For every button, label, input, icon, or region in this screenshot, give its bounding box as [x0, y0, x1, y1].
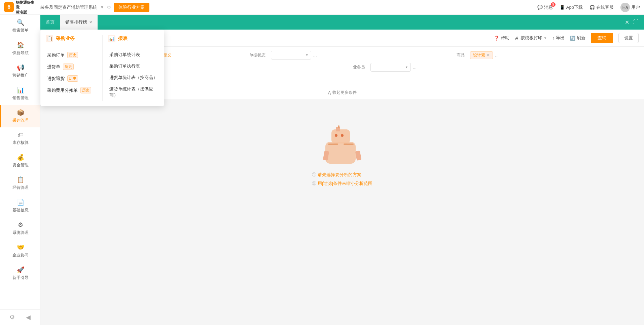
purchase-header-icon: 📋: [46, 35, 53, 42]
dropdown-item-inbound[interactable]: 进货单 历史: [46, 61, 97, 73]
sidebar-item-purchase[interactable]: 📦 采购管理: [0, 105, 40, 127]
dropdown-item-expense[interactable]: 采购费用分摊单 历史: [46, 84, 97, 96]
status-select-wrap: [271, 51, 311, 59]
message-icon: 💬: [537, 5, 543, 10]
dropdown-item-inbound-by-goods[interactable]: 进货单统计表（按商品）: [108, 72, 159, 83]
guide-icon: 🚀: [17, 266, 24, 274]
app-download-item[interactable]: 📱 App下载: [560, 4, 583, 10]
settings-button[interactable]: 设置: [618, 33, 639, 43]
history-badge-1: 历史: [63, 64, 74, 70]
tab-expand-icon[interactable]: ⛶: [632, 18, 640, 27]
goods-filter-control: 设计素 ✕ ...: [470, 51, 639, 59]
topbar-right: 💬 消息 9 📱 App下载 🎧 在线客服 Ea 用户: [537, 3, 640, 12]
logo-icon: 6: [4, 2, 14, 12]
industry-btn[interactable]: 体验行业方案: [114, 3, 149, 12]
history-badge-3: 历史: [80, 87, 91, 93]
home-icon: 🏠: [17, 41, 24, 49]
refresh-icon: 🔄: [570, 36, 575, 41]
salesperson-select[interactable]: [370, 63, 411, 72]
purchase-section-header: 📋 采购业务: [46, 35, 97, 45]
system-title-area: 装备及固定资产辅助管理系统 ▼ ⚙ 体验行业方案: [40, 3, 537, 12]
sidebar-item-marketing[interactable]: 📢 营销推广: [0, 60, 40, 82]
sidebar-item-basic[interactable]: 📄 基础信息: [0, 195, 40, 217]
purchase-icon: 📦: [17, 109, 24, 116]
print-arrow-icon: ▼: [544, 36, 547, 40]
sidebar: 🔍 搜索菜单 🏠 快捷导航 📢 营销推广 📊 销售管理 📦 采购管理 🏷 库存核…: [0, 15, 40, 325]
settings-icon[interactable]: ⚙: [107, 5, 111, 10]
tabs-bar: 首页 销售排行榜 ✕ ✕ ⛶: [40, 15, 644, 30]
export-icon: ↑: [552, 36, 555, 41]
sidebar-item-operation[interactable]: 📋 经营管理: [0, 172, 40, 195]
system-icon: ⚙: [18, 221, 23, 229]
user-item[interactable]: Ea 用户: [620, 3, 640, 12]
status-filter-control: ...: [271, 51, 439, 59]
operation-icon: 📋: [17, 176, 24, 184]
sidebar-item-guide[interactable]: 🚀 新手引导: [0, 262, 40, 285]
sales-icon: 📊: [17, 86, 24, 94]
status-filter-label: 单据状态: [245, 52, 265, 58]
marketing-icon: 📢: [17, 64, 24, 71]
report-header-icon: 📊: [108, 35, 115, 42]
refresh-btn[interactable]: 🔄 刷新: [570, 35, 585, 41]
goods-filter-label: 商品: [444, 52, 465, 58]
report-section-header: 📊 报表: [108, 35, 159, 45]
tab-sales-rank[interactable]: 销售排行榜 ✕: [60, 15, 98, 30]
inventory-icon: 🏷: [17, 131, 24, 138]
sidebar-item-enterprise[interactable]: 🤝 企业协同: [0, 240, 40, 262]
headset-icon: 🎧: [589, 5, 595, 10]
dropdown-arrow-icon[interactable]: ▼: [100, 5, 104, 10]
export-btn[interactable]: ↑ 导出: [552, 35, 565, 41]
salesperson-select-wrap: [370, 63, 411, 72]
tab-home[interactable]: 首页: [40, 15, 60, 30]
help-icon: ❓: [494, 36, 499, 41]
empty-state: ① 请先选择要分析的方案 ② 用[过滤]条件来缩小分析范围: [40, 100, 644, 215]
message-item[interactable]: 💬 消息 9: [537, 4, 553, 10]
salesperson-ellipsis: ...: [413, 65, 417, 70]
online-service-item[interactable]: 🎧 在线客服: [589, 4, 614, 10]
empty-illustration: [319, 127, 366, 164]
finance-icon: 💰: [17, 154, 24, 161]
dropdown-item-return[interactable]: 进货退货 历史: [46, 73, 97, 84]
print-btn[interactable]: 🖨 按模板打印 ▼: [515, 35, 547, 41]
dropdown-item-inbound-by-supplier[interactable]: 进货单统计表（按供应商）: [108, 83, 159, 101]
goods-tag-close[interactable]: ✕: [487, 53, 490, 57]
search-icon: 🔍: [17, 19, 24, 26]
history-badge-2: 历史: [67, 75, 78, 82]
sidebar-collapse-icon[interactable]: ◀: [26, 314, 31, 321]
topbar: 6 畅捷通好生意 标准版 装备及固定资产辅助管理系统 ▼ ⚙ 体验行业方案 💬 …: [0, 0, 644, 15]
enterprise-icon: 🤝: [17, 244, 24, 251]
dropdown-item-order-stats[interactable]: 采购订单统计表: [108, 49, 159, 60]
purchase-section: 📋 采购业务 采购订单 历史 进货单 历史 进货退货 历史 采购费用分摊单 历史: [40, 35, 102, 101]
dropdown-menu: 📋 采购业务 采购订单 历史 进货单 历史 进货退货 历史 采购费用分摊单 历史…: [40, 30, 164, 106]
logo-text: 畅捷通好生意 标准版: [16, 0, 38, 14]
salesperson-filter-control: ...: [370, 63, 639, 72]
tab-close-icon[interactable]: ✕: [89, 20, 92, 25]
phone-icon: 📱: [560, 5, 565, 10]
dropdown-item-order-exec[interactable]: 采购订单执行表: [108, 60, 159, 72]
salesperson-filter-label: 业务员: [345, 65, 365, 70]
empty-text: ① 请先选择要分析的方案 ② 用[过滤]条件来缩小分析范围: [312, 170, 372, 188]
message-badge: 9: [551, 2, 556, 7]
dropdown-item-purchase-order[interactable]: 采购订单 历史: [46, 49, 97, 61]
status-select[interactable]: [271, 51, 311, 59]
sidebar-item-inventory[interactable]: 🏷 库存核算: [0, 127, 40, 150]
tabs-right-controls: ✕ ⛶: [623, 18, 644, 27]
avatar: Ea: [620, 3, 630, 12]
sidebar-item-system[interactable]: ⚙ 系统管理: [0, 217, 40, 240]
collapse-up-icon: ⋀: [328, 90, 331, 95]
query-button[interactable]: 查询: [591, 33, 613, 43]
sidebar-item-quick-nav[interactable]: 🏠 快捷导航: [0, 37, 40, 60]
system-title: 装备及固定资产辅助管理系统: [40, 4, 97, 10]
sidebar-item-sales[interactable]: 📊 销售管理: [0, 82, 40, 105]
sidebar-item-search[interactable]: 🔍 搜索菜单: [0, 15, 40, 37]
history-badge-0: 历史: [67, 52, 78, 58]
goods-tag: 设计素 ✕: [470, 51, 493, 59]
sidebar-item-finance[interactable]: 💰 资金管理: [0, 150, 40, 172]
help-btn[interactable]: ❓ 帮助: [494, 35, 509, 41]
sidebar-settings-icon[interactable]: ⚙: [9, 314, 15, 321]
sidebar-bottom: ⚙ ◀: [0, 309, 40, 325]
report-section: 📊 报表 采购订单统计表 采购订单执行表 进货单统计表（按商品） 进货单统计表（…: [102, 35, 165, 101]
tab-close-window-icon[interactable]: ✕: [623, 18, 631, 27]
basic-icon: 📄: [17, 199, 24, 206]
goods-ellipsis: ...: [495, 53, 499, 58]
